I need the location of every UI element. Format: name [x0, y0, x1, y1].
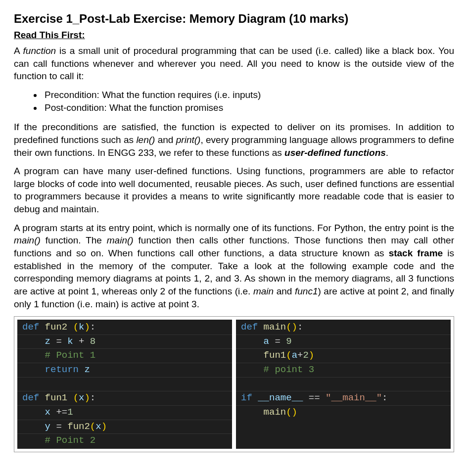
code-line: a = 9	[236, 334, 451, 349]
code-line: if __name__ == "__main__":	[236, 391, 451, 405]
code-line: def main():	[236, 321, 451, 334]
code-line: x +=1	[17, 405, 232, 420]
code-line	[236, 377, 451, 391]
paragraph-user-defined: A program can have many user-defined fun…	[14, 165, 454, 216]
section-subtitle: Read This First:	[14, 29, 454, 42]
code-line: def fun2 (k):	[17, 321, 232, 334]
code-line: fun1(a+2)	[236, 348, 451, 363]
paragraph-intro: A function is a small unit of procedural…	[14, 45, 454, 83]
code-line: return z	[17, 363, 232, 377]
conditions-list: Precondition: What the function requires…	[14, 89, 454, 114]
code-block-left: def fun2 (k): z = k + 8 # Point 1 return…	[17, 320, 232, 449]
code-line: z = k + 8	[17, 334, 232, 349]
code-line: main()	[236, 405, 451, 420]
list-item: Precondition: What the function requires…	[43, 89, 454, 101]
list-item: Post-condition: What the function promis…	[43, 101, 454, 114]
paragraph-preconditions: If the preconditions are satisfied, the …	[14, 121, 454, 159]
code-line	[17, 377, 232, 391]
paragraph-entry-point: A program starts at its entry point, whi…	[14, 222, 454, 310]
code-line: # point 3	[236, 363, 451, 377]
code-line: y = fun2(x)	[17, 420, 232, 434]
code-line: # Point 2	[17, 433, 232, 448]
code-block-right: def main(): a = 9 fun1(a+2) # point 3 if…	[236, 320, 451, 449]
page-title: Exercise 1_Post-Lab Exercise: Memory Dia…	[14, 11, 454, 27]
code-line: def fun1 (x):	[17, 391, 232, 405]
code-line: # Point 1	[17, 348, 232, 363]
code-grid: def fun2 (k): z = k + 8 # Point 1 return…	[14, 316, 454, 452]
